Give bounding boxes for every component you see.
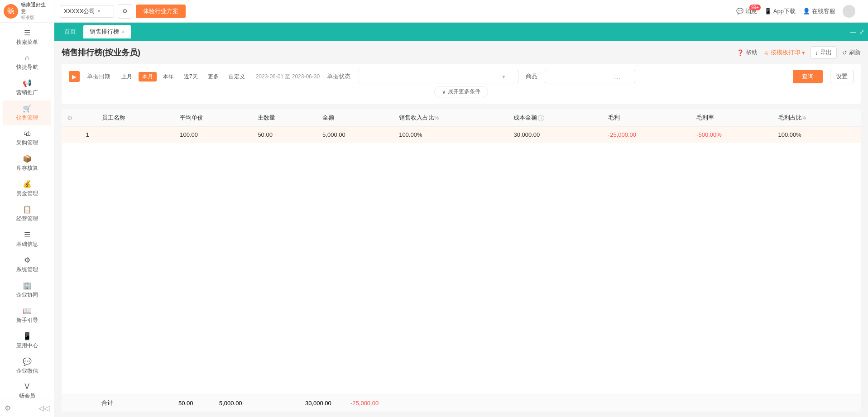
print-button[interactable]: 🖨 按模板打印 ▾ — [763, 48, 805, 57]
page-header: 销售排行榜(按业务员) ❓ 帮助 🖨 按模板打印 ▾ ↓ 导出 — [62, 46, 861, 59]
sidebar: 畅 畅康通好生意 标准版 ☰ 搜索菜单 ⌂ 快捷导航 📢 营销推广 🛒 销售管理… — [0, 0, 54, 417]
sidebar-item-enterprise[interactable]: 🏢 企业协同 — [3, 278, 51, 302]
row-sales-pct: 100.00% — [393, 127, 508, 143]
main-area: XXXXX公司 ▾ ⚙ 体验行业方案 💬 消息 99+ 📱 App下载 👤 在线… — [54, 0, 868, 417]
sidebar-item-label: 新手引导 — [16, 316, 38, 324]
date-tab-7days[interactable]: 近7天 — [180, 72, 201, 81]
tab-sales-ranking[interactable]: 销售排行榜 × — [83, 25, 131, 38]
row-gross-margin: -500.00% — [691, 127, 772, 143]
table-row: 1 100.00 50.00 5,000.00 100.00% 30,000.0… — [62, 127, 861, 143]
filter-bar: ▶ 单据日期 上月 本月 本年 近7天 更多 自定义 2023-06-01 至 … — [62, 64, 861, 104]
gross-pct-icon: % — [802, 115, 806, 120]
topbar-right: 💬 消息 99+ 📱 App下载 👤 在线客服 — [736, 5, 863, 18]
sidebar-item-label: 企业微信 — [16, 367, 38, 375]
row-amount: 5,000.00 — [317, 127, 393, 143]
date-tab-this-month[interactable]: 本月 — [139, 72, 157, 81]
minimize-icon[interactable]: — — [850, 29, 856, 35]
export-label: 导出 — [820, 48, 832, 57]
message-button[interactable]: 💬 消息 99+ — [736, 7, 757, 15]
table-settings-icon[interactable]: ⚙ — [67, 114, 73, 121]
print-chevron-icon: ▾ — [802, 49, 805, 56]
col-gross-margin: 毛利率 — [691, 109, 772, 127]
row-settings — [62, 127, 78, 143]
status-select[interactable]: ▾ — [358, 70, 518, 83]
page-content: 销售排行榜(按业务员) ❓ 帮助 🖨 按模板打印 ▾ ↓ 导出 — [54, 41, 868, 417]
footer-quantity: 50.00 — [178, 400, 219, 407]
gear-icon: ⚙ — [122, 8, 128, 14]
col-amount: 全额 — [317, 109, 393, 127]
sidebar-item-label: 应用中心 — [16, 342, 38, 350]
export-button[interactable]: ↓ 导出 — [810, 46, 837, 59]
sidebar-item-member[interactable]: V 畅会员 — [3, 379, 51, 399]
sales-icon: 🛒 — [23, 104, 32, 113]
date-tab-last-month[interactable]: 上月 — [118, 72, 136, 81]
sidebar-item-wechat[interactable]: 💬 企业微信 — [3, 354, 51, 379]
company-selector[interactable]: XXXXX公司 ▾ — [60, 5, 114, 18]
page-actions: ❓ 帮助 🖨 按模板打印 ▾ ↓ 导出 ↺ 刷新 — [737, 46, 861, 59]
sidebar-item-basics[interactable]: ☰ 基础信息 — [3, 227, 51, 252]
refresh-label: 刷新 — [849, 48, 861, 57]
sidebar-item-system[interactable]: ⚙ 系统管理 — [3, 252, 51, 277]
sidebar-item-marketing[interactable]: 📢 营销推广 — [3, 75, 51, 100]
row-quantity: 50.00 — [252, 127, 317, 143]
sidebar-item-search[interactable]: ☰ 搜索菜单 — [3, 25, 51, 50]
row-gross-profit: -25,000.00 — [603, 127, 691, 143]
sidebar-item-operations[interactable]: 📋 经营管理 — [3, 201, 51, 226]
sidebar-item-finance[interactable]: 💰 资金管理 — [3, 176, 51, 201]
row-rank: 1 — [78, 127, 96, 143]
expand-row: ∨ 展开更多条件 — [69, 83, 854, 98]
goods-more-icon[interactable]: … — [614, 72, 621, 81]
try-industry-button[interactable]: 体验行业方案 — [136, 5, 186, 18]
col-sales-pct: 销售收入占比% — [393, 109, 508, 127]
sidebar-item-shortcuts[interactable]: ⌂ 快捷导航 — [3, 50, 51, 75]
logo-area: 畅 畅康通好生意 标准版 — [0, 0, 54, 23]
collapse-icon[interactable]: ◁◁ — [38, 404, 49, 412]
status-select-arrow: ▾ — [502, 73, 505, 80]
tab-home[interactable]: 首页 — [58, 25, 82, 38]
sidebar-item-guide[interactable]: 📖 新手引导 — [3, 303, 51, 328]
sidebar-item-label: 销售管理 — [16, 114, 38, 122]
footer-gross-profit: -25,000.00 — [350, 400, 396, 407]
purchase-icon: 🛍 — [24, 129, 31, 138]
app-download-button[interactable]: 📱 App下载 — [764, 7, 796, 15]
settings-button[interactable]: 设置 — [830, 70, 854, 83]
topbar: XXXXX公司 ▾ ⚙ 体验行业方案 💬 消息 99+ 📱 App下载 👤 在线… — [54, 0, 868, 23]
date-tab-custom[interactable]: 自定义 — [225, 72, 249, 81]
company-name: XXXXX公司 — [64, 7, 95, 15]
marketing-icon: 📢 — [23, 79, 32, 87]
expand-arrow[interactable]: ▶ — [69, 71, 80, 82]
table-footer: 合计 50.00 5,000.00 30,000.00 -25,000.00 — [62, 394, 861, 412]
settings-footer-icon[interactable]: ⚙ — [5, 404, 11, 412]
percent-icon: % — [434, 115, 439, 120]
col-gross-profit: 毛利 — [603, 109, 691, 127]
member-icon: V — [24, 383, 29, 391]
download-icon: 📱 — [764, 8, 772, 14]
date-tab-more[interactable]: 更多 — [204, 72, 222, 81]
expand-conditions-button[interactable]: ∨ 展开更多条件 — [434, 86, 488, 97]
finance-icon: 💰 — [23, 180, 32, 188]
online-support-button[interactable]: 👤 在线客服 — [803, 7, 835, 15]
sidebar-item-inventory[interactable]: 📦 库存核算 — [3, 151, 51, 176]
query-button[interactable]: 查询 — [793, 70, 823, 83]
cost-info-icon[interactable]: i — [538, 115, 544, 121]
sidebar-item-label: 企业协同 — [16, 291, 38, 299]
wechat-icon: 💬 — [23, 357, 32, 366]
help-button[interactable]: ❓ 帮助 — [737, 48, 758, 57]
gear-button[interactable]: ⚙ — [118, 4, 132, 19]
goods-input[interactable]: … — [545, 70, 635, 83]
sidebar-item-sales[interactable]: 🛒 销售管理 — [3, 101, 51, 125]
footer-cost: 30,000.00 — [305, 400, 350, 407]
date-tab-this-year[interactable]: 本年 — [159, 72, 177, 81]
sidebar-item-purchase[interactable]: 🛍 采购管理 — [3, 126, 51, 150]
sidebar-item-apps[interactable]: 📱 应用中心 — [3, 328, 51, 353]
filter-row: ▶ 单据日期 上月 本月 本年 近7天 更多 自定义 2023-06-01 至 … — [69, 70, 854, 83]
guide-icon: 📖 — [23, 307, 32, 315]
support-icon: 👤 — [803, 8, 810, 14]
table-container: ⚙ 员工名称 平均单价 主数量 全额 销售收入占比% 成本全额i 毛利 毛利率 … — [62, 109, 861, 412]
refresh-button[interactable]: ↺ 刷新 — [842, 48, 861, 57]
expand-label: 展开更多条件 — [448, 88, 480, 96]
col-settings[interactable]: ⚙ — [62, 109, 78, 127]
maximize-icon[interactable]: ⤢ — [859, 29, 864, 35]
tabbar: 首页 销售排行榜 × — ⤢ — [54, 23, 868, 41]
tab-close-icon[interactable]: × — [122, 29, 125, 34]
